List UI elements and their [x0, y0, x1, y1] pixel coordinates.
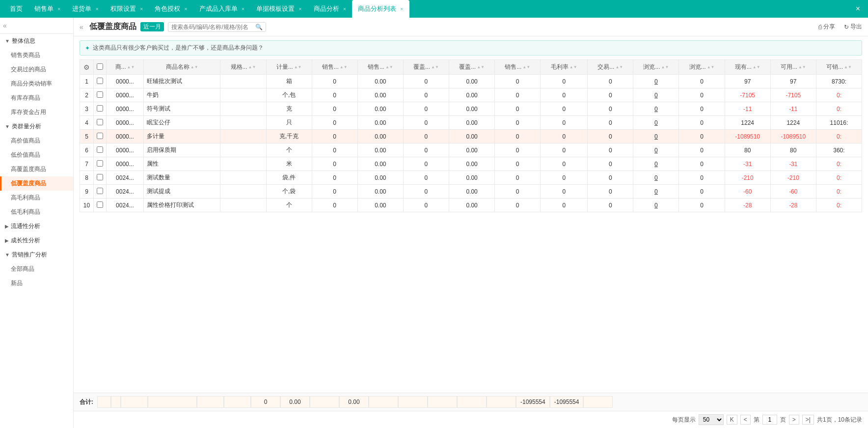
select-all-checkbox[interactable] — [97, 63, 103, 70]
close-icon[interactable]: × — [343, 0, 346, 18]
close-icon[interactable]: × — [400, 0, 403, 18]
row-browse1[interactable]: 0 — [633, 102, 679, 116]
row-browse1[interactable]: 0 — [633, 88, 679, 102]
row-checkbox[interactable] — [94, 88, 107, 102]
th-gross-margin[interactable]: 毛利率▲▼ — [541, 60, 588, 75]
sort-icon[interactable]: ▲▼ — [294, 65, 302, 69]
sidebar-item-high-margin[interactable]: 高毛利商品 — [0, 191, 73, 205]
th-coverage2[interactable]: 覆盖...▲▼ — [449, 60, 495, 75]
nav-purchase-order[interactable]: 进货单 × — [66, 0, 104, 18]
th-unit[interactable]: 计量...▲▼ — [266, 60, 312, 75]
th-code[interactable]: 商...▲▼ — [107, 60, 144, 75]
sidebar-item-low-coverage[interactable]: 低覆盖度商品 — [0, 176, 73, 191]
last-page-button[interactable]: >| — [802, 415, 814, 425]
close-icon[interactable]: × — [140, 0, 143, 18]
row-browse1[interactable]: 0 — [633, 116, 679, 130]
row-browse1[interactable]: 0 — [633, 157, 679, 171]
sidebar-group-growth[interactable]: ▶ 成长性分析 — [0, 233, 73, 248]
share-button[interactable]: ⎙ 分享 — [818, 23, 835, 31]
sidebar-item-low-margin[interactable]: 低毛利商品 — [0, 205, 73, 219]
row-checkbox[interactable] — [94, 116, 107, 130]
sort-icon[interactable]: ▲▼ — [431, 65, 439, 69]
search-box[interactable]: 🔍 — [168, 22, 266, 32]
sidebar-item-category-rate[interactable]: 商品分类动销率 — [0, 77, 73, 91]
sort-icon[interactable]: ▲▼ — [753, 65, 760, 69]
sort-icon[interactable]: ▲▼ — [385, 65, 393, 69]
row-browse1[interactable]: 0 — [633, 199, 679, 212]
time-filter-badge[interactable]: 近一月 — [140, 22, 164, 31]
sort-icon[interactable]: ▲▼ — [844, 65, 852, 69]
per-page-select[interactable]: 50 20 100 200 — [699, 414, 724, 425]
sort-icon[interactable]: ▲▼ — [477, 65, 485, 69]
th-checkbox[interactable] — [94, 60, 107, 75]
row-checkbox[interactable] — [94, 157, 107, 171]
row-browse1[interactable]: 0 — [633, 143, 679, 157]
sidebar-item-sales-products[interactable]: 销售类商品 — [0, 48, 73, 62]
page-number-input[interactable] — [762, 415, 777, 425]
sidebar-item-stock-capital[interactable]: 库存资金占用 — [0, 105, 73, 119]
th-spec[interactable]: 规格...▲▼ — [220, 60, 266, 75]
sidebar-group-overall-info[interactable]: ▼ 整体信息 — [0, 34, 73, 48]
sidebar-item-in-stock[interactable]: 有库存商品 — [0, 91, 73, 105]
prev-page-button[interactable]: < — [740, 415, 751, 425]
sidebar-item-all-products[interactable]: 全部商品 — [0, 262, 73, 276]
row-checkbox[interactable] — [94, 199, 107, 212]
window-close-button[interactable]: × — [852, 4, 864, 13]
sort-icon[interactable]: ▲▼ — [522, 65, 530, 69]
sidebar-item-high-coverage[interactable]: 高覆盖度商品 — [0, 162, 73, 176]
sort-icon[interactable]: ▲▼ — [127, 65, 135, 69]
sort-icon[interactable]: ▲▼ — [798, 65, 806, 69]
row-checkbox[interactable] — [94, 185, 107, 199]
nav-sales-order[interactable]: 销售单 × — [28, 0, 66, 18]
close-icon[interactable]: × — [95, 0, 98, 18]
row-checkbox[interactable] — [94, 171, 107, 185]
search-input[interactable] — [171, 24, 255, 30]
row-browse1[interactable]: 0 — [633, 171, 679, 185]
th-settings[interactable]: ⚙ — [80, 60, 94, 75]
row-checkbox[interactable] — [94, 102, 107, 116]
close-icon[interactable]: × — [184, 0, 187, 18]
sidebar-group-marketing[interactable]: ▼ 营销推广分析 — [0, 248, 73, 262]
nav-template-settings[interactable]: 单据模板设置 × — [250, 0, 307, 18]
close-icon[interactable]: × — [57, 0, 60, 18]
row-browse1[interactable]: 0 — [633, 130, 679, 143]
nav-product-storage[interactable]: 产成品入库单 × — [193, 0, 250, 18]
row-checkbox[interactable] — [94, 143, 107, 157]
sidebar-group-circulation[interactable]: ▶ 流通性分析 — [0, 219, 73, 233]
th-coverage1[interactable]: 覆盖...▲▼ — [403, 60, 449, 75]
first-page-button[interactable]: K — [727, 415, 737, 425]
th-sales-amt[interactable]: 销售...▲▼ — [357, 60, 403, 75]
sidebar-item-new-products[interactable]: 新品 — [0, 276, 73, 290]
sort-icon[interactable]: ▲▼ — [661, 65, 669, 69]
th-trade[interactable]: 交易...▲▼ — [588, 60, 633, 75]
sidebar-item-low-value[interactable]: 低价值商品 — [0, 148, 73, 162]
th-available-stock[interactable]: 可用...▲▼ — [770, 60, 816, 75]
nav-product-analysis-list[interactable]: 商品分析列表 × — [352, 0, 409, 18]
sort-icon[interactable]: ▲▼ — [707, 65, 715, 69]
next-page-button[interactable]: > — [789, 415, 799, 425]
nav-role-auth[interactable]: 角色授权 × — [149, 0, 193, 18]
nav-product-analysis[interactable]: 商品分析 × — [308, 0, 352, 18]
row-browse1[interactable]: 0 — [633, 185, 679, 199]
th-name[interactable]: 商品名称▲▼ — [143, 60, 220, 75]
th-browse2[interactable]: 浏览...▲▼ — [679, 60, 725, 75]
sidebar-item-traded-products[interactable]: 交易过的商品 — [0, 62, 73, 77]
nav-home[interactable]: 首页 — [4, 0, 28, 18]
sidebar-item-high-value[interactable]: 高价值商品 — [0, 134, 73, 148]
sidebar-toggle-button[interactable]: « — [80, 23, 83, 31]
row-browse1[interactable]: 0 — [633, 75, 679, 88]
th-sales3[interactable]: 销售...▲▼ — [495, 60, 541, 75]
th-browse1[interactable]: 浏览...▲▼ — [633, 60, 679, 75]
close-icon[interactable]: × — [242, 0, 244, 18]
th-sales-qty[interactable]: 销售...▲▼ — [312, 60, 357, 75]
sort-icon[interactable]: ▲▼ — [248, 65, 256, 69]
th-saleable[interactable]: 可销...▲▼ — [816, 60, 862, 75]
sort-icon[interactable]: ▲▼ — [615, 65, 623, 69]
sort-icon[interactable]: ▲▼ — [190, 65, 198, 69]
nav-permission-settings[interactable]: 权限设置 × — [105, 0, 149, 18]
settings-icon[interactable]: ⚙ — [83, 63, 90, 71]
th-current-stock[interactable]: 现有...▲▼ — [725, 60, 770, 75]
sidebar-collapse-button[interactable]: « — [3, 22, 7, 29]
sort-icon[interactable]: ▲▼ — [570, 65, 577, 69]
row-checkbox[interactable] — [94, 75, 107, 88]
